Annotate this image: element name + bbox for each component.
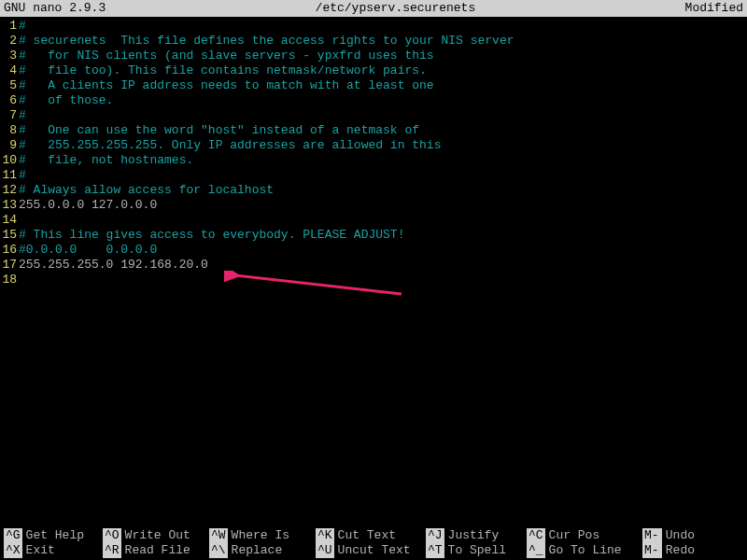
line-number: 17 xyxy=(0,258,19,273)
shortcut-label: Go To Line xyxy=(549,543,622,558)
editor-line[interactable]: 6# of those. xyxy=(0,93,747,108)
shortcut-key: ^U xyxy=(316,543,334,558)
editor-line[interactable]: 7# xyxy=(0,108,747,123)
shortcut-label: Write Out xyxy=(125,528,190,543)
line-text[interactable] xyxy=(19,273,747,287)
line-number: 5 xyxy=(0,78,19,93)
shortcut[interactable]: M-ERedo xyxy=(642,543,695,558)
line-text[interactable] xyxy=(19,213,747,228)
shortcut-key: M-U xyxy=(642,528,662,543)
shortcut-key: ^X xyxy=(4,543,22,558)
line-number: 6 xyxy=(0,93,19,108)
line-text[interactable]: # xyxy=(19,19,747,34)
editor-line[interactable]: 2# securenets This file defines the acce… xyxy=(0,34,747,49)
line-number: 3 xyxy=(0,49,19,63)
shortcut[interactable]: ^JJustify xyxy=(426,528,521,543)
shortcut-label: Replace xyxy=(232,543,283,558)
shortcut[interactable]: ^\Replace xyxy=(209,543,310,558)
line-number: 9 xyxy=(0,138,19,153)
shortcut-key: ^G xyxy=(4,528,22,543)
modified-status: Modified xyxy=(685,0,743,17)
editor-line[interactable]: 1# xyxy=(0,19,747,34)
line-text[interactable]: # Always allow access for localhost xyxy=(19,183,747,198)
shortcut-key: ^J xyxy=(426,528,444,543)
shortcut-key: ^C xyxy=(527,528,545,543)
editor-line[interactable]: 5# A clients IP address needs to match w… xyxy=(0,78,747,93)
editor-line[interactable]: 15# This line gives access to everybody.… xyxy=(0,228,747,243)
line-text[interactable]: 255.0.0.0 127.0.0.0 xyxy=(19,198,747,213)
shortcut-label: Exit xyxy=(26,543,55,558)
shortcut-label: Redo xyxy=(666,543,695,558)
editor-line[interactable]: 12# Always allow access for localhost xyxy=(0,183,747,198)
editor-line[interactable]: 8# One can use the word "host" instead o… xyxy=(0,123,747,138)
shortcut-label: Cut Text xyxy=(338,528,396,543)
shortcut-label: Cur Pos xyxy=(549,528,600,543)
shortcut[interactable]: M-UUndo xyxy=(642,528,695,543)
shortcut-key: ^R xyxy=(103,543,121,558)
line-number: 13 xyxy=(0,198,19,213)
line-number: 14 xyxy=(0,213,19,228)
shortcut-key: ^\ xyxy=(209,543,228,558)
shortcut-key: ^T xyxy=(426,543,444,558)
editor-line[interactable]: 9# 255.255.255.255. Only IP addresses ar… xyxy=(0,138,747,153)
shortcut-bar: ^GGet Help^OWrite Out^WWhere Is^KCut Tex… xyxy=(0,528,747,558)
line-number: 1 xyxy=(0,19,19,34)
app-version: GNU nano 2.9.3 xyxy=(4,0,106,17)
shortcut[interactable]: ^TTo Spell xyxy=(426,543,521,558)
line-text[interactable]: # securenets This file defines the acces… xyxy=(19,34,747,49)
editor-line[interactable]: 11# xyxy=(0,168,747,183)
shortcut-label: Undo xyxy=(666,528,695,543)
shortcut-label: Get Help xyxy=(26,528,84,543)
shortcut-key: M-E xyxy=(642,543,662,558)
editor-line[interactable]: 16#0.0.0.0 0.0.0.0 xyxy=(0,243,747,258)
line-text[interactable]: # A clients IP address needs to match wi… xyxy=(19,78,747,93)
line-text[interactable]: # file too). This file contains netmask/… xyxy=(19,63,747,78)
shortcut-label: Justify xyxy=(448,528,500,543)
line-number: 2 xyxy=(0,34,19,49)
shortcut-key: ^W xyxy=(209,528,228,543)
shortcut-label: Read File xyxy=(125,543,190,558)
editor-line[interactable]: 10# file, not hostnames. xyxy=(0,153,747,168)
line-text[interactable]: # 255.255.255.255. Only IP addresses are… xyxy=(19,138,747,153)
file-path: /etc/ypserv.securenets xyxy=(106,0,684,17)
shortcut[interactable]: ^WWhere Is xyxy=(209,528,310,543)
line-number: 18 xyxy=(0,273,19,287)
line-number: 15 xyxy=(0,228,19,243)
shortcut-label: To Spell xyxy=(448,543,506,558)
editor-line[interactable]: 13255.0.0.0 127.0.0.0 xyxy=(0,198,747,213)
line-number: 4 xyxy=(0,63,19,78)
shortcut-key: ^_ xyxy=(527,543,545,558)
shortcut[interactable]: ^OWrite Out xyxy=(103,528,204,543)
editor-area[interactable]: 1#2# securenets This file defines the ac… xyxy=(0,17,747,287)
line-text[interactable]: # xyxy=(19,168,747,183)
line-number: 7 xyxy=(0,108,19,123)
line-text[interactable]: # file, not hostnames. xyxy=(19,153,747,168)
line-number: 10 xyxy=(0,153,19,168)
line-text[interactable]: # xyxy=(19,108,747,123)
shortcut-label: Where Is xyxy=(232,528,289,543)
shortcut[interactable]: ^RRead File xyxy=(103,543,204,558)
shortcut-label: Uncut Text xyxy=(338,543,411,558)
shortcut[interactable]: ^UUncut Text xyxy=(316,543,420,558)
editor-line[interactable]: 4# file too). This file contains netmask… xyxy=(0,63,747,78)
line-text[interactable]: #0.0.0.0 0.0.0.0 xyxy=(19,243,747,258)
line-text[interactable]: # One can use the word "host" instead of… xyxy=(19,123,747,138)
shortcut[interactable]: ^XExit xyxy=(4,543,97,558)
shortcut[interactable]: ^GGet Help xyxy=(4,528,97,543)
editor-line[interactable]: 18 xyxy=(0,273,747,287)
line-number: 16 xyxy=(0,243,19,258)
shortcut[interactable]: ^_Go To Line xyxy=(527,543,637,558)
editor-line[interactable]: 14 xyxy=(0,213,747,228)
shortcut[interactable]: ^CCur Pos xyxy=(527,528,637,543)
line-number: 11 xyxy=(0,168,19,183)
shortcut[interactable]: ^KCut Text xyxy=(316,528,420,543)
line-text[interactable]: # for NIS clients (and slave servers - y… xyxy=(19,49,747,63)
shortcut-key: ^O xyxy=(103,528,121,543)
editor-line[interactable]: 3# for NIS clients (and slave servers - … xyxy=(0,49,747,63)
editor-line[interactable]: 17255.255.255.0 192.168.20.0 xyxy=(0,258,747,273)
line-text[interactable]: # of those. xyxy=(19,93,747,108)
shortcut-key: ^K xyxy=(316,528,334,543)
line-text[interactable]: # This line gives access to everybody. P… xyxy=(19,228,747,243)
line-text[interactable]: 255.255.255.0 192.168.20.0 xyxy=(19,258,747,273)
line-number: 8 xyxy=(0,123,19,138)
